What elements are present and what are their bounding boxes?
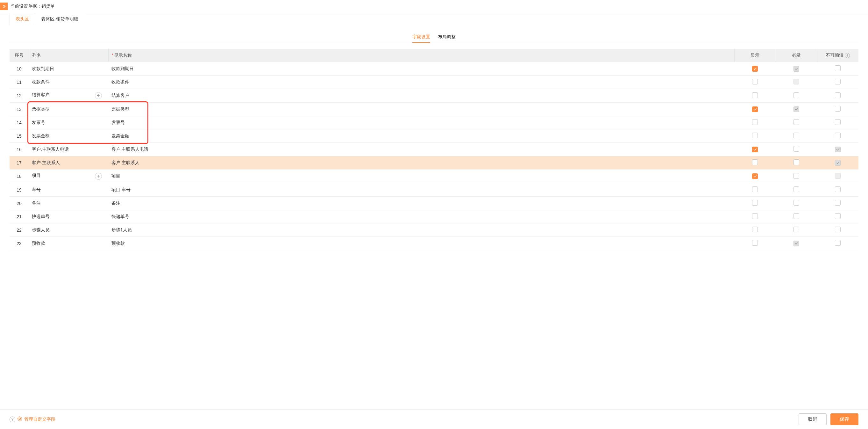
row-show-cell xyxy=(734,143,776,156)
row-display-name[interactable]: 快递单号 xyxy=(108,210,734,223)
row-name: 发票金额 xyxy=(29,130,108,143)
expand-sidebar-button[interactable] xyxy=(0,3,8,10)
checkbox[interactable] xyxy=(794,146,799,152)
checkbox[interactable] xyxy=(794,227,799,232)
secondary-tab-0[interactable]: 字段设置 xyxy=(412,32,430,43)
row-seq: 23 xyxy=(9,237,29,250)
row-display-name[interactable]: 发票金额 xyxy=(108,130,734,143)
add-sub-field-button[interactable]: + xyxy=(95,173,102,180)
row-readonly-cell xyxy=(817,156,859,170)
row-display-name[interactable]: 票据类型 xyxy=(108,103,734,116)
checkbox xyxy=(835,147,841,152)
checkbox[interactable] xyxy=(794,173,799,179)
add-sub-field-button[interactable]: + xyxy=(95,92,102,99)
col-required-header: 必录 xyxy=(776,49,817,62)
secondary-tab-1[interactable]: 布局调整 xyxy=(438,32,456,43)
checkbox[interactable] xyxy=(752,79,758,84)
checkbox[interactable] xyxy=(752,133,758,138)
row-display-name[interactable]: 结算客户 xyxy=(108,89,734,103)
row-show-cell xyxy=(734,62,776,76)
row-name: 客户.主联系人 xyxy=(29,156,108,170)
row-required-cell xyxy=(776,116,817,130)
row-display-name[interactable]: 客户.主联系人电话 xyxy=(108,143,734,156)
primary-tab-1[interactable]: 表体区-销货单明细 xyxy=(35,13,84,25)
row-seq: 21 xyxy=(9,210,29,223)
table-row: 14发票号发票号 xyxy=(9,116,859,130)
row-name: 客户.主联系人电话 xyxy=(29,143,108,156)
row-required-cell xyxy=(776,130,817,143)
checkbox[interactable] xyxy=(794,160,799,165)
checkbox[interactable] xyxy=(835,119,841,125)
row-readonly-cell xyxy=(817,116,859,130)
checkbox[interactable] xyxy=(794,213,799,219)
checkbox[interactable] xyxy=(835,133,841,138)
col-seq-header: 序号 xyxy=(9,49,29,62)
checkbox[interactable] xyxy=(835,213,841,219)
row-seq: 19 xyxy=(9,183,29,197)
checkbox xyxy=(835,160,841,166)
row-display-name[interactable]: 项目.车号 xyxy=(108,183,734,197)
row-show-cell xyxy=(734,89,776,103)
checkbox[interactable] xyxy=(835,240,841,246)
table-row: 21快递单号快递单号 xyxy=(9,210,859,223)
row-display-name[interactable]: 客户.主联系人 xyxy=(108,156,734,170)
checkbox[interactable] xyxy=(835,200,841,206)
row-display-name[interactable]: 项目 xyxy=(108,170,734,183)
row-name: 票据类型 xyxy=(29,103,108,116)
row-display-name[interactable]: 步骤1人员 xyxy=(108,223,734,237)
table-row: 15发票金额发票金额 xyxy=(9,130,859,143)
row-name: 发票号 xyxy=(29,116,108,130)
primary-tab-0[interactable]: 表头区 xyxy=(9,13,35,25)
checkbox[interactable] xyxy=(794,92,799,98)
checkbox[interactable] xyxy=(835,92,841,98)
checkbox[interactable] xyxy=(794,187,799,192)
row-display-name[interactable]: 发票号 xyxy=(108,116,734,130)
col-show-header: 显示 xyxy=(734,49,776,62)
checkbox[interactable] xyxy=(752,240,758,246)
row-readonly-cell xyxy=(817,183,859,197)
row-display-name[interactable]: 备注 xyxy=(108,197,734,210)
row-show-cell xyxy=(734,76,776,89)
row-name: 预收款 xyxy=(29,237,108,250)
checkbox[interactable] xyxy=(835,106,841,112)
checkbox[interactable] xyxy=(794,119,799,125)
row-name: 步骤人员 xyxy=(29,223,108,237)
checkbox[interactable] xyxy=(794,200,799,206)
table-row: 13票据类型票据类型 xyxy=(9,103,859,116)
row-readonly-cell xyxy=(817,197,859,210)
row-readonly-cell xyxy=(817,237,859,250)
checkbox[interactable] xyxy=(752,187,758,192)
checkbox[interactable] xyxy=(794,133,799,138)
row-seq: 22 xyxy=(9,223,29,237)
row-show-cell xyxy=(734,116,776,130)
checkbox[interactable] xyxy=(835,65,841,71)
checkbox[interactable] xyxy=(752,213,758,219)
checkbox[interactable] xyxy=(752,66,758,72)
row-seq: 20 xyxy=(9,197,29,210)
row-display-name[interactable]: 预收款 xyxy=(108,237,734,250)
row-required-cell xyxy=(776,237,817,250)
checkbox[interactable] xyxy=(752,160,758,165)
checkbox[interactable] xyxy=(752,173,758,179)
checkbox[interactable] xyxy=(752,147,758,152)
row-readonly-cell xyxy=(817,130,859,143)
checkbox[interactable] xyxy=(752,200,758,206)
checkbox[interactable] xyxy=(835,79,841,84)
checkbox[interactable] xyxy=(752,107,758,112)
checkbox[interactable] xyxy=(752,227,758,232)
row-required-cell xyxy=(776,62,817,76)
row-name: 备注 xyxy=(29,197,108,210)
row-name: 快递单号 xyxy=(29,210,108,223)
row-display-name[interactable]: 收款到期日 xyxy=(108,62,734,76)
checkbox[interactable] xyxy=(835,227,841,232)
secondary-tabs: 字段设置布局调整 xyxy=(9,32,859,43)
checkbox[interactable] xyxy=(752,119,758,125)
row-required-cell xyxy=(776,197,817,210)
col-display-header: *显示名称 xyxy=(108,49,734,62)
col-name-header: 列名 xyxy=(29,49,108,62)
row-seq: 14 xyxy=(9,116,29,130)
row-display-name[interactable]: 收款条件 xyxy=(108,76,734,89)
checkbox[interactable] xyxy=(835,187,841,192)
help-icon[interactable]: ? xyxy=(845,53,850,58)
checkbox[interactable] xyxy=(752,92,758,98)
